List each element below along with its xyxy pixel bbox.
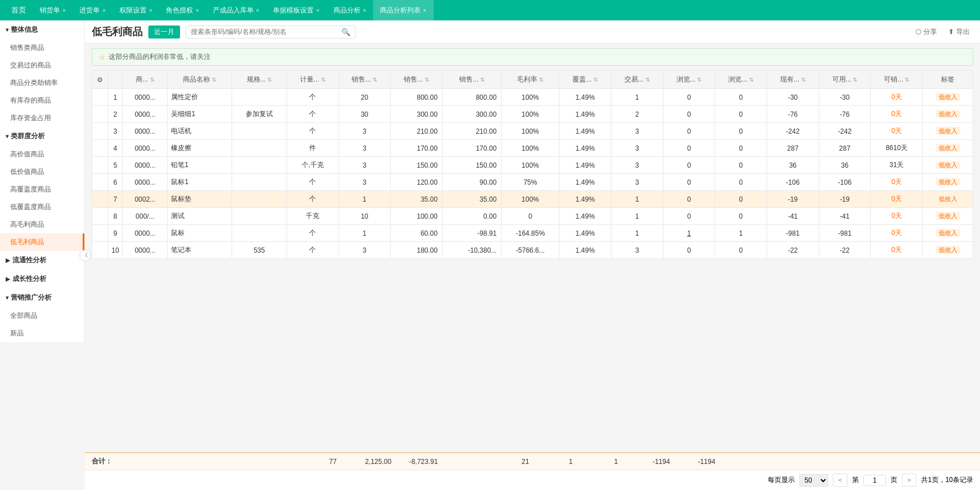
- cell-tag-1: 低收入: [923, 106, 973, 123]
- footer-available: -1194: [690, 458, 724, 466]
- cell-unit-3: 件: [286, 140, 339, 157]
- nav-goods-list[interactable]: 商品分析列表 ×: [373, 0, 433, 20]
- page-number-input[interactable]: [863, 475, 886, 486]
- next-page-btn[interactable]: ＞: [902, 474, 917, 487]
- prev-page-btn[interactable]: ＜: [833, 474, 848, 487]
- nav-goods-analysis[interactable]: 商品分析 ×: [327, 0, 373, 20]
- cell-saleable-5: 0天: [871, 174, 923, 191]
- tag-badge-3: 低收入: [936, 144, 960, 152]
- col-settings[interactable]: ⚙: [92, 71, 108, 89]
- cell-transactions-8: 1: [611, 225, 663, 242]
- cell-spec-5: [232, 174, 287, 191]
- cell-tag-3: 低收入: [923, 140, 973, 157]
- cell-unit-5: 个: [286, 174, 339, 191]
- cell-no-0: 1: [108, 89, 123, 106]
- sidebar-group-growth[interactable]: ▶ 成长性分析: [0, 270, 84, 288]
- footer-sales-price: 2,125.00: [361, 458, 395, 466]
- sidebar-group-overview[interactable]: ▾ 整体信息: [0, 20, 84, 39]
- cell-transactions-5: 3: [611, 174, 663, 191]
- nav-purchase[interactable]: 进货单 ×: [72, 0, 112, 20]
- cell-settings-2: [92, 123, 108, 140]
- nav-home[interactable]: 首页: [5, 0, 33, 20]
- nav-close-products[interactable]: ×: [256, 7, 259, 14]
- cell-coverage-1: 1.49%: [559, 106, 611, 123]
- sidebar-item-stocked-goods[interactable]: 有库存的商品: [0, 92, 84, 109]
- nav-products[interactable]: 产成品入库单 ×: [206, 0, 266, 20]
- nav-close-sales[interactable]: ×: [62, 7, 66, 14]
- sidebar-item-high-margin[interactable]: 高毛利商品: [0, 216, 84, 233]
- col-code[interactable]: 商...: [123, 71, 168, 89]
- cell-no-7: 8: [108, 208, 123, 225]
- export-button[interactable]: ⬆ 导出: [945, 25, 973, 39]
- col-sales-profit[interactable]: 销售...: [442, 71, 501, 89]
- cell-saleable-2: 0天: [871, 123, 923, 140]
- nav-permissions[interactable]: 权限设置 ×: [113, 0, 159, 20]
- share-button[interactable]: ⬡ 分享: [912, 25, 940, 39]
- col-unit[interactable]: 计量...: [286, 71, 339, 89]
- cell-code-7: 000/...: [123, 208, 168, 225]
- search-box: 🔍: [186, 25, 356, 39]
- col-sales-price[interactable]: 销售...: [391, 71, 443, 89]
- cell-views1-8[interactable]: 1: [663, 225, 715, 242]
- content-area: 低毛利商品 近一月 🔍 ⬡ 分享 ⬆ 导出 ☆ 这部分商品的利润非常低，请关注: [85, 20, 980, 490]
- time-filter-button[interactable]: 近一月: [148, 25, 180, 39]
- cell-name-0: 属性定价: [168, 89, 232, 106]
- sidebar-item-low-value[interactable]: 低价值商品: [0, 163, 84, 181]
- sidebar-group-cluster[interactable]: ▾ 类群度分析: [0, 127, 84, 146]
- col-sales-qty[interactable]: 销售...: [339, 71, 391, 89]
- nav-close-roles[interactable]: ×: [195, 7, 199, 14]
- per-page-select[interactable]: 50 100 200: [799, 474, 828, 487]
- search-input[interactable]: [191, 28, 341, 36]
- sidebar-item-stock-capital[interactable]: 库存资金占用: [0, 109, 84, 127]
- col-views2[interactable]: 浏览...: [715, 71, 767, 89]
- sidebar-item-all-goods[interactable]: 全部商品: [0, 307, 84, 325]
- col-name[interactable]: 商品名称: [168, 71, 232, 89]
- sidebar-group-liquidity[interactable]: ▶ 流通性分析: [0, 251, 84, 270]
- cell-views2-2: 0: [715, 123, 767, 140]
- col-gross-margin[interactable]: 毛利率: [502, 71, 559, 89]
- cell-sales-price-6: 35.00: [391, 191, 443, 208]
- search-icon[interactable]: 🔍: [341, 28, 350, 36]
- tag-badge-4: 低收入: [936, 161, 960, 169]
- cell-sales-qty-0: 20: [339, 89, 391, 106]
- cell-gross-margin-4: 100%: [502, 157, 559, 174]
- cell-current-stock-8: -981: [767, 225, 819, 242]
- sidebar-item-high-value[interactable]: 高价值商品: [0, 146, 84, 163]
- cell-current-stock-5: -106: [767, 174, 819, 191]
- col-available[interactable]: 可用...: [819, 71, 871, 89]
- cell-views2-5: 0: [715, 174, 767, 191]
- nav-close-goods-list[interactable]: ×: [423, 7, 426, 14]
- sidebar-item-sales-goods[interactable]: 销售类商品: [0, 39, 84, 57]
- table-row: 6 0000... 鼠标1 个 3 120.00 90.00 75% 1.49%…: [92, 174, 973, 191]
- col-current-stock[interactable]: 现有...: [767, 71, 819, 89]
- sidebar-item-high-coverage[interactable]: 高覆盖度商品: [0, 181, 84, 198]
- cell-available-7: -41: [819, 208, 871, 225]
- col-views1[interactable]: 浏览...: [663, 71, 715, 89]
- col-coverage[interactable]: 覆盖...: [559, 71, 611, 89]
- nav-roles[interactable]: 角色授权 ×: [159, 0, 206, 20]
- sidebar-collapse-button[interactable]: 《: [79, 250, 91, 261]
- cell-coverage-7: 1.49%: [559, 208, 611, 225]
- sidebar-item-traded-goods[interactable]: 交易过的商品: [0, 57, 84, 74]
- sidebar-group-marketing[interactable]: ▾ 营销推广分析: [0, 288, 84, 307]
- cell-sales-price-7: 100.00: [391, 208, 443, 225]
- sidebar-item-low-coverage[interactable]: 低覆盖度商品: [0, 198, 84, 216]
- cell-name-6: 鼠标垫: [168, 191, 232, 208]
- nav-close-templates[interactable]: ×: [316, 7, 319, 14]
- col-saleable[interactable]: 可销...: [871, 71, 923, 89]
- nav-close-goods-analysis[interactable]: ×: [363, 7, 366, 14]
- col-spec[interactable]: 规格...: [232, 71, 287, 89]
- sidebar-item-new-goods[interactable]: 新品: [0, 325, 84, 342]
- nav-sales[interactable]: 销货单 ×: [33, 0, 72, 20]
- nav-close-permissions[interactable]: ×: [149, 7, 152, 14]
- sidebar-item-category-rate[interactable]: 商品分类助销率: [0, 74, 84, 92]
- cell-no-2: 3: [108, 123, 123, 140]
- cell-sales-profit-0: 800.00: [442, 89, 501, 106]
- cell-coverage-8: 1.49%: [559, 225, 611, 242]
- cell-saleable-4: 31天: [871, 157, 923, 174]
- nav-close-purchase[interactable]: ×: [102, 7, 105, 14]
- nav-templates[interactable]: 单据模板设置 ×: [266, 0, 326, 20]
- col-transactions[interactable]: 交易...: [611, 71, 663, 89]
- sidebar-item-low-margin[interactable]: 低毛利商品: [0, 233, 84, 251]
- tag-badge-1: 低收入: [936, 110, 960, 118]
